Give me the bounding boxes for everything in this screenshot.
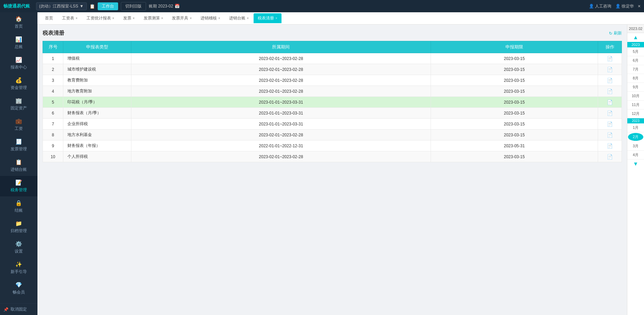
cell-action: 📄: [598, 75, 622, 86]
refresh-button[interactable]: ↻ 刷新: [609, 30, 622, 36]
sidebar-item-home[interactable]: 🏠 首页: [0, 12, 37, 33]
cell-period: 2023-02-01~2023-02-28: [131, 75, 431, 86]
tab-home[interactable]: 首页: [41, 13, 57, 23]
tab-label: 工资统计报表: [86, 15, 111, 21]
month-3[interactable]: 3月: [627, 142, 644, 151]
cell-period: 2023-02-01~2023-02-28: [131, 130, 431, 140]
tax-table: 序号 申报表类型 所属期间 申报期限 操作 1增值税2023-02-01~202…: [43, 41, 622, 162]
month-12[interactable]: 12月: [627, 109, 644, 118]
close-window-button[interactable]: ×: [638, 3, 641, 9]
tab-purchase-check[interactable]: 进销稽核 ×: [196, 13, 224, 23]
tab-payroll[interactable]: 工资表 ×: [58, 13, 82, 23]
scroll-down-button[interactable]: ▼: [627, 160, 644, 168]
cell-type: 城市维护建设税: [63, 64, 131, 75]
tab-close-icon[interactable]: ×: [76, 16, 78, 20]
action-doc-icon[interactable]: 📄: [607, 121, 613, 127]
sidebar-item-vip[interactable]: 💎 畅会员: [0, 278, 37, 299]
sidebar-item-guide[interactable]: ✨ 新手引导: [0, 258, 37, 278]
action-doc-icon[interactable]: 📄: [607, 100, 613, 105]
sidebar-item-label: 发票管理: [11, 146, 27, 152]
action-doc-icon[interactable]: 📄: [607, 89, 613, 94]
month-4[interactable]: 4月: [627, 151, 644, 160]
page-header: 税表清册 ↻ 刷新: [43, 30, 622, 37]
month-2-active[interactable]: 2月: [628, 133, 643, 141]
workbench-button[interactable]: 工作台: [98, 2, 118, 10]
action-doc-icon[interactable]: 📄: [607, 154, 613, 160]
sidebar-item-wage[interactable]: 💼 工资: [0, 115, 37, 135]
cell-type: 地方水利基金: [63, 130, 131, 140]
cell-period: 2023-02-01~2023-02-28: [131, 53, 431, 64]
home-icon: 🏠: [15, 16, 22, 22]
tab-close-icon[interactable]: ×: [112, 16, 114, 20]
action-doc-icon[interactable]: 📄: [607, 132, 613, 138]
cell-type: 财务报表（年报）: [63, 140, 131, 151]
action-doc-icon[interactable]: 📄: [607, 78, 613, 83]
cell-seq: 3: [43, 75, 63, 86]
sidebar-item-close-account[interactable]: 🔒 结账: [0, 196, 37, 217]
month-5[interactable]: 5月: [627, 47, 644, 56]
month-9[interactable]: 9月: [627, 83, 644, 92]
table-row: 6财务报表（月/季）2023-01-01~2023-03-312023-03-1…: [43, 108, 622, 119]
tab-tax-register[interactable]: 税表清册 ×: [254, 13, 281, 23]
sidebar-bottom: 📌 取消固定: [0, 303, 37, 315]
action-doc-icon[interactable]: 📄: [607, 110, 613, 116]
tab-label: 进销台账: [229, 15, 245, 21]
sidebar-item-ledger[interactable]: 📊 总账: [0, 33, 37, 53]
col-action: 操作: [598, 41, 622, 53]
switch-old-button[interactable]: 切到旧版: [121, 2, 146, 11]
fund-icon: 💰: [15, 77, 22, 84]
sidebar-item-label: 工资: [15, 126, 23, 132]
sidebar-item-invoice[interactable]: 🧾 发票管理: [0, 135, 37, 155]
month-6[interactable]: 6月: [627, 56, 644, 65]
calendar-icon[interactable]: 📅: [175, 4, 180, 9]
company-selector[interactable]: (勿动）江西报室-LSS ▼: [36, 2, 87, 10]
period-label: 账期: [149, 3, 157, 9]
settings-icon: ⚙️: [15, 241, 22, 247]
user-info[interactable]: 👤 徐淀华: [615, 3, 634, 9]
sidebar-item-tax[interactable]: 📝 税务管理: [0, 176, 37, 196]
top-bar-right: 👤 人工咨询 👤 徐淀华 ×: [589, 3, 641, 9]
sidebar-item-archive[interactable]: 📁 归档管理: [0, 217, 37, 237]
tab-invoice[interactable]: 发票 ×: [119, 13, 139, 23]
action-doc-icon[interactable]: 📄: [607, 143, 613, 149]
tab-payroll-stat[interactable]: 工资统计报表 ×: [82, 13, 118, 23]
year-2023-label[interactable]: 2023: [627, 42, 644, 47]
sidebar-item-report[interactable]: 📈 报表中心: [0, 53, 37, 74]
month-8[interactable]: 8月: [627, 74, 644, 83]
cell-deadline: 2023-03-15: [431, 130, 598, 140]
cell-seq: 1: [43, 53, 63, 64]
tab-invoice-open[interactable]: 发票开具 ×: [168, 13, 196, 23]
tab-close-icon[interactable]: ×: [275, 16, 277, 20]
tab-close-icon[interactable]: ×: [133, 16, 135, 20]
cell-deadline: 2023-03-15: [431, 64, 598, 75]
close-account-icon: 🔒: [15, 200, 22, 206]
cancel-pin-button[interactable]: 📌 取消固定: [0, 304, 37, 315]
cell-type: 地方教育附加: [63, 86, 131, 97]
scroll-up-button[interactable]: ▲: [627, 33, 644, 42]
tab-close-icon[interactable]: ×: [190, 16, 192, 20]
sidebar-item-purchase[interactable]: 📋 进销台账: [0, 155, 37, 176]
col-deadline: 申报期限: [431, 41, 598, 53]
copy-icon[interactable]: 📋: [90, 4, 95, 9]
month-10[interactable]: 10月: [627, 92, 644, 101]
table-row: 3教育费附加2023-02-01~2023-02-282023-03-15📄: [43, 75, 622, 86]
tab-purchase-ledger[interactable]: 进销台账 ×: [225, 13, 253, 23]
sidebar-item-asset[interactable]: 🏢 固定资产: [0, 94, 37, 115]
sidebar-item-settings[interactable]: ⚙️ 设置: [0, 237, 37, 258]
cell-action: 📄: [598, 140, 622, 151]
sidebar-item-label: 固定资产: [11, 105, 27, 111]
cell-period: 2022-01-01~2022-12-31: [131, 140, 431, 151]
refresh-icon: ↻: [609, 31, 612, 36]
tab-close-icon[interactable]: ×: [161, 16, 163, 20]
ai-consult[interactable]: 👤 人工咨询: [589, 3, 611, 9]
sidebar-item-label: 首页: [15, 24, 23, 29]
tab-close-icon[interactable]: ×: [218, 16, 220, 20]
tab-invoice-verify[interactable]: 发票测算 ×: [140, 13, 167, 23]
tab-close-icon[interactable]: ×: [247, 16, 249, 20]
month-11[interactable]: 11月: [627, 101, 644, 109]
sidebar-item-fund[interactable]: 💰 资金管理: [0, 74, 37, 94]
action-doc-icon[interactable]: 📄: [607, 56, 613, 61]
month-1[interactable]: 1月: [627, 123, 644, 132]
action-doc-icon[interactable]: 📄: [607, 67, 613, 72]
month-7[interactable]: 7月: [627, 65, 644, 74]
